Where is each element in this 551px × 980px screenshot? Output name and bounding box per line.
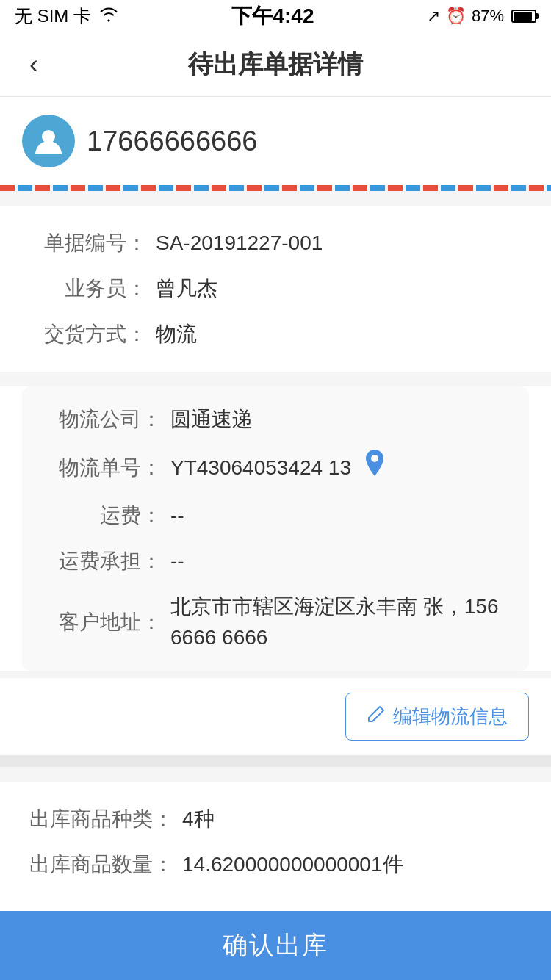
confirm-button[interactable]: 确认出库 — [223, 929, 328, 962]
wifi-icon — [98, 6, 119, 26]
logistics-card: 物流公司： 圆通速递 物流单号： YT43064053424 13 运费： --… — [22, 386, 529, 671]
freight-bearer-value: -- — [170, 546, 507, 577]
edit-logistics-button[interactable]: 编辑物流信息 — [345, 693, 529, 741]
freight-value: -- — [170, 500, 507, 531]
battery-label: 87% — [472, 7, 504, 26]
location-status-icon: ↗ — [427, 7, 440, 26]
document-number-row: 单据编号： SA-20191227-001 — [29, 228, 522, 259]
document-number-label: 单据编号： — [29, 228, 147, 259]
edit-btn-row: 编辑物流信息 — [0, 678, 551, 755]
status-left: 无 SIM 卡 — [15, 4, 119, 28]
section-gap-2 — [0, 767, 551, 782]
logistics-company-label: 物流公司： — [44, 406, 162, 433]
address-row: 客户地址： 北京市市辖区海淀区永丰南 张，156 6666 6666 — [44, 591, 507, 653]
battery-icon — [511, 10, 536, 23]
order-info-section: 单据编号： SA-20191227-001 业务员： 曾凡杰 交货方式： 物流 — [0, 206, 551, 372]
tracking-value-container: YT43064053424 13 — [170, 450, 507, 486]
address-value: 北京市市辖区海淀区永丰南 张，156 6666 6666 — [170, 591, 507, 653]
freight-bearer-label: 运费承担： — [44, 547, 162, 575]
section-gap-1 — [0, 191, 551, 206]
carrier-label: 无 SIM 卡 — [15, 4, 91, 28]
nav-bar: ‹ 待出库单据详情 — [0, 32, 551, 97]
customer-phone: 17666666666 — [87, 126, 257, 157]
goods-type-row: 出库商品种类： 4种 — [29, 804, 522, 835]
salesperson-row: 业务员： 曾凡杰 — [29, 273, 522, 304]
salesperson-label: 业务员： — [29, 273, 147, 304]
logistics-company-value: 圆通速递 — [170, 404, 507, 435]
dashed-divider — [0, 185, 551, 191]
freight-row: 运费： -- — [44, 500, 507, 531]
tracking-number: YT43064053424 13 — [170, 453, 351, 483]
delivery-method-value: 物流 — [156, 319, 522, 350]
map-pin-icon[interactable] — [363, 450, 386, 486]
avatar — [22, 115, 75, 167]
svg-point-1 — [371, 455, 378, 462]
tracking-row: 物流单号： YT43064053424 13 — [44, 450, 507, 486]
alarm-icon: ⏰ — [446, 7, 466, 26]
status-right: ↗ ⏰ 87% — [427, 7, 536, 26]
delivery-method-label: 交货方式： — [29, 319, 147, 350]
status-bar: 无 SIM 卡 下午4:42 ↗ ⏰ 87% — [0, 0, 551, 32]
address-label: 客户地址： — [44, 608, 162, 636]
page-title: 待出库单据详情 — [188, 48, 363, 82]
goods-type-value: 4种 — [182, 804, 522, 835]
divider-line-1 — [0, 755, 551, 767]
edit-btn-label: 编辑物流信息 — [393, 704, 508, 729]
freight-bearer-row: 运费承担： -- — [44, 546, 507, 577]
salesperson-value: 曾凡杰 — [156, 273, 522, 304]
edit-icon — [367, 705, 386, 729]
document-number-value: SA-20191227-001 — [156, 228, 522, 259]
goods-quantity-label: 出库商品数量： — [29, 849, 173, 880]
status-time: 下午4:42 — [231, 2, 314, 30]
goods-quantity-row: 出库商品数量： 14.620000000000001件 — [29, 849, 522, 880]
confirm-btn-container: 确认出库 — [0, 911, 551, 980]
goods-quantity-value: 14.620000000000001件 — [182, 849, 522, 880]
logistics-company-row: 物流公司： 圆通速递 — [44, 404, 507, 435]
tracking-label: 物流单号： — [44, 454, 162, 482]
delivery-method-row: 交货方式： 物流 — [29, 319, 522, 350]
goods-section: 出库商品种类： 4种 出库商品数量： 14.620000000000001件 — [0, 782, 551, 902]
freight-label: 运费： — [44, 502, 162, 530]
goods-type-label: 出库商品种类： — [29, 804, 173, 835]
customer-section: 17666666666 — [0, 97, 551, 185]
back-button[interactable]: ‹ — [22, 42, 46, 87]
